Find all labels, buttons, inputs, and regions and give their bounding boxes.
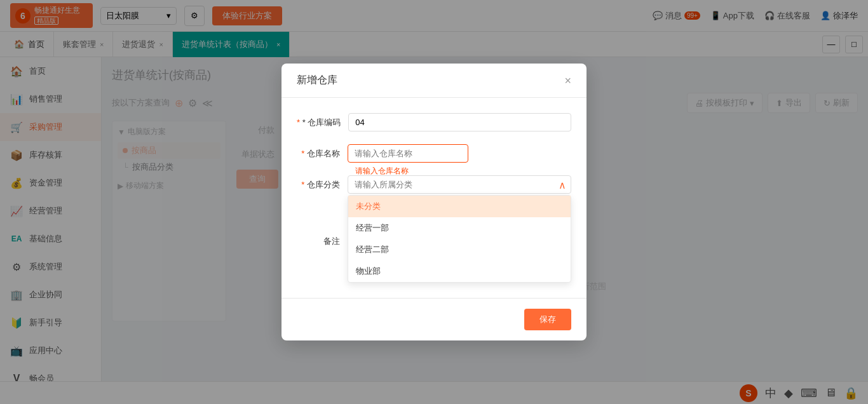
- category-dropdown: 未分类 经营一部 经营二部 物业部: [348, 195, 571, 283]
- name-label: * 仓库名称: [297, 144, 348, 159]
- modal-body: * * 仓库编码 * 仓库名称 请输入仓库名称 * 仓库分类 ∧: [281, 98, 587, 298]
- name-input[interactable]: [348, 144, 468, 163]
- form-row-name: * 仓库名称 请输入仓库名称: [297, 144, 571, 163]
- form-row-code: * * 仓库编码: [297, 113, 571, 131]
- category-input[interactable]: [348, 175, 571, 194]
- form-row-category: * 仓库分类 ∧ 未分类 经营一部 经营二部 物业部: [297, 175, 571, 194]
- modal-header: 新增仓库 ×: [281, 64, 587, 98]
- category-chevron-up-icon[interactable]: ∧: [559, 178, 566, 191]
- dropdown-item-uncategorized[interactable]: 未分类: [348, 196, 571, 217]
- dropdown-item-ops2[interactable]: 经营二部: [348, 239, 571, 260]
- modal-title: 新增仓库: [297, 74, 337, 87]
- dropdown-item-ops1[interactable]: 经营一部: [348, 217, 571, 239]
- code-required-star: *: [297, 118, 300, 127]
- modal-close-button[interactable]: ×: [564, 75, 571, 86]
- note-label: 备注: [297, 232, 348, 247]
- code-label: * * 仓库编码: [297, 113, 348, 128]
- save-button[interactable]: 保存: [524, 309, 571, 330]
- category-label: * 仓库分类: [297, 175, 348, 191]
- add-warehouse-modal: 新增仓库 × * * 仓库编码 * 仓库名称 请输入仓库名称 * 仓库分类: [281, 64, 587, 340]
- category-select-wrap: ∧ 未分类 经营一部 经营二部 物业部: [348, 175, 571, 194]
- modal-footer: 保存: [281, 298, 587, 340]
- dropdown-item-property[interactable]: 物业部: [348, 260, 571, 282]
- code-input[interactable]: [348, 113, 571, 131]
